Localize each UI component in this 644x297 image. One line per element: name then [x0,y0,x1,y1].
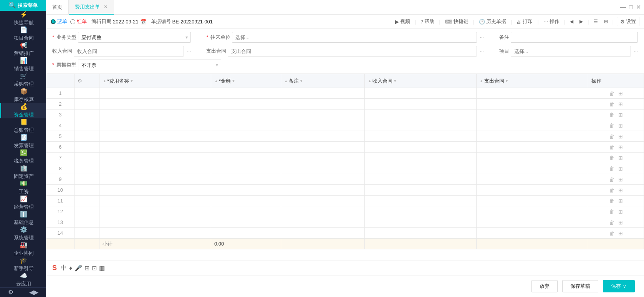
row-expense[interactable] [476,153,588,163]
sidebar-item-tax[interactable]: 💹 税务管理 [0,149,46,164]
row-name[interactable] [99,217,211,228]
sidebar-item-basic-info[interactable]: ℹ️ 基础信息 [0,211,46,226]
footer-icon-5[interactable]: ⊡ [92,264,97,272]
sidebar-item-sales[interactable]: 📊 销售管理 [0,57,46,72]
settings-button[interactable]: ⚙ 设置 [617,17,639,26]
sidebar-item-fixed-assets[interactable]: 🏢 固定资产 [0,164,46,180]
row-income[interactable] [364,196,476,206]
delete-icon[interactable]: 🗑 [609,155,614,161]
video-button[interactable]: ▶ 视频 [394,17,412,26]
row-amount[interactable] [211,196,281,206]
nav-prev-button[interactable]: ◀ [568,18,575,25]
copy-icon[interactable]: ⊞ [618,209,623,215]
copy-icon[interactable]: ⊞ [618,198,623,204]
copy-icon[interactable]: ⊞ [618,155,623,161]
row-expense[interactable] [476,131,588,142]
invoice-type-select[interactable]: 不开票 [78,60,221,70]
row-income[interactable] [364,88,476,99]
row-note[interactable] [281,196,364,206]
save-button[interactable]: 保存 ∨ [603,280,635,292]
row-name[interactable] [99,206,211,217]
row-expense[interactable] [476,142,588,153]
row-income[interactable] [364,153,476,163]
col-note-sort-down[interactable]: ▼ [300,79,303,83]
delete-icon[interactable]: 🗑 [609,101,614,107]
row-income[interactable] [364,142,476,153]
row-name[interactable] [99,88,211,99]
col-name-sort-down[interactable]: ▼ [130,79,134,83]
row-name[interactable] [99,99,211,110]
sidebar-item-cloud[interactable]: ☁️ 云应用 [0,272,46,287]
row-income[interactable] [364,99,476,110]
row-income[interactable] [364,185,476,196]
row-amount[interactable] [211,185,281,196]
income-contract-suffix[interactable]: ··· [187,48,191,54]
row-income[interactable] [364,120,476,131]
project-input[interactable] [511,46,631,56]
copy-icon[interactable]: ⊞ [618,123,623,129]
col-income-sort-up[interactable]: ▲ [368,79,372,83]
row-income[interactable] [364,163,476,174]
delete-icon[interactable]: 🗑 [609,209,614,215]
row-note[interactable] [281,174,364,185]
col-expense-sort-up[interactable]: ▲ [480,79,483,83]
row-expense[interactable] [476,185,588,196]
row-amount[interactable] [211,142,281,153]
row-amount[interactable] [211,88,281,99]
row-name[interactable] [99,163,211,174]
delete-icon[interactable]: 🗑 [609,198,614,204]
row-name[interactable] [99,131,211,142]
delete-icon[interactable]: 🗑 [609,166,614,172]
expense-contract-input[interactable] [228,46,477,56]
delete-icon[interactable]: 🗑 [609,144,614,150]
row-expense[interactable] [476,110,588,120]
copy-icon[interactable]: ⊞ [618,166,623,172]
row-name[interactable] [99,110,211,120]
row-note[interactable] [281,110,364,120]
note-input[interactable] [511,32,638,43]
row-amount[interactable] [211,99,281,110]
row-note[interactable] [281,88,364,99]
delete-icon[interactable]: 🗑 [609,133,614,139]
sidebar-item-project-contract[interactable]: 📄 项目合同 [0,26,46,41]
delete-icon[interactable]: 🗑 [609,230,614,236]
radio-red[interactable]: 红单 [70,18,87,25]
footer-icon-4[interactable]: ⊞ [84,264,89,272]
row-amount[interactable] [211,163,281,174]
row-amount[interactable] [211,217,281,228]
maximize-button[interactable]: □ [629,4,633,11]
tab-expense-close[interactable]: ✕ [104,4,108,10]
row-expense[interactable] [476,217,588,228]
sidebar-item-purchase[interactable]: 🛒 采购管理 [0,72,46,88]
row-income[interactable] [364,228,476,239]
view-list-button[interactable]: ☰ [592,18,599,25]
sidebar-item-guide[interactable]: 🎓 新手引导 [0,257,46,272]
copy-icon[interactable]: ⊞ [618,112,623,118]
close-button[interactable]: ✕ [636,3,641,11]
minimize-button[interactable]: — [620,4,626,11]
row-note[interactable] [281,142,364,153]
delete-icon[interactable]: 🗑 [609,123,614,129]
row-expense[interactable] [476,163,588,174]
row-income[interactable] [364,131,476,142]
col-note-sort-up[interactable]: ▲ [284,79,288,83]
copy-icon[interactable]: ⊞ [618,187,623,193]
row-income[interactable] [364,174,476,185]
view-grid-button[interactable]: ⊞ [603,18,609,25]
row-note[interactable] [281,228,364,239]
sidebar-item-marketing[interactable]: 📢 营销推广 [0,41,46,57]
row-expense[interactable] [476,206,588,217]
row-expense[interactable] [476,228,588,239]
radio-blue[interactable]: 蓝单 [51,18,67,25]
sidebar-item-accounting[interactable]: 📒 总账管理 [0,118,46,134]
copy-icon[interactable]: ⊞ [618,176,623,183]
actions-button[interactable]: ⋯ 操作 [542,17,561,26]
help-button[interactable]: ? 帮助 [419,17,436,26]
income-contract-input[interactable] [74,46,184,56]
row-name[interactable] [99,185,211,196]
calendar-icon[interactable]: 📅 [140,19,146,25]
copy-icon[interactable]: ⊞ [618,101,623,107]
sidebar-item-capital[interactable]: 💰 资金管理 [0,103,46,118]
copy-icon[interactable]: ⊞ [618,219,623,226]
delete-icon[interactable]: 🗑 [609,112,614,118]
